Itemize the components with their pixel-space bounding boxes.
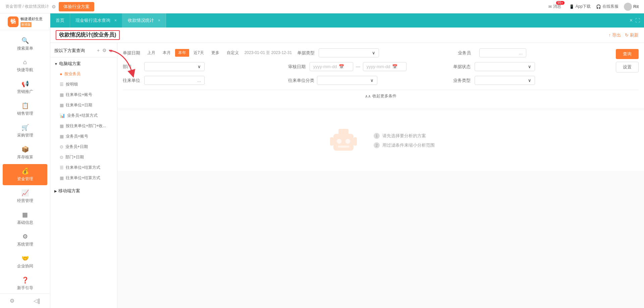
review-to-placeholder: yyyy-mm-dd <box>367 64 390 69</box>
scheme-icon-salesman: ● <box>60 71 62 76</box>
export-button[interactable]: ↑ 导出 <box>609 32 621 38</box>
version-badge: 标准版 <box>20 22 32 27</box>
scheme-settings-button[interactable]: ⚙ <box>102 47 107 54</box>
sidebar-item-system[interactable]: ⚙ 系统管理 <box>3 229 47 251</box>
date-dash: — <box>356 64 360 69</box>
date-tab-this-year[interactable]: 本年 <box>175 49 189 57</box>
scheme-section-mobile-title[interactable]: ▶ 移动端方案 <box>50 186 117 196</box>
sidebar-item-purchase[interactable]: 🛒 采购管理 <box>3 120 47 142</box>
counterpart-select[interactable]: ... <box>144 76 205 85</box>
tab-close-collection-stats[interactable]: × <box>158 18 160 23</box>
date-tabs: 上月 本月 本年 近7天 更多 自定义 2023-01-01 至 2023-12… <box>144 49 292 57</box>
sidebar-item-finance[interactable]: 💰 资金管理 <box>3 164 47 185</box>
scheme-section-desktop-title[interactable]: ▼ 电脑端方案 <box>50 59 117 69</box>
scheme-collapse-button[interactable]: « <box>109 47 113 54</box>
review-from-placeholder: yyyy-mm-dd <box>313 64 337 69</box>
sidebar-item-label: 资金管理 <box>17 176 33 182</box>
tab-collection-stats[interactable]: 收款情况统计 × <box>122 13 166 28</box>
message-button[interactable]: ✉ 消息 99+ <box>548 4 561 9</box>
scheme-icon-unit-account: ▦ <box>60 92 64 97</box>
counterpart-label: 往来单位 <box>123 78 142 84</box>
header-left: 资金管理 / 收款情况统计 ⚙ 体验行业方案 <box>5 2 548 11</box>
scheme-item-detail[interactable]: ☰ 按明细 <box>50 79 117 90</box>
app-download-button[interactable]: 📱 App下载 <box>569 4 591 9</box>
date-tab-custom[interactable]: 自定义 <box>224 49 242 57</box>
date-tab-this-month[interactable]: 本月 <box>160 49 174 57</box>
review-date-from[interactable]: yyyy-mm-dd 📅 <box>310 62 353 71</box>
scheme-item-salesman-date[interactable]: ⊙ 业务员+日期 <box>50 142 117 152</box>
filter-area: 单据日期 上月 本月 本年 近7天 更多 自定义 <box>117 43 644 108</box>
tab-close-all-icon[interactable]: × <box>630 17 633 23</box>
sidebar-item-sales[interactable]: 📋 销售管理 <box>3 99 47 120</box>
scheme-header: 按以下方案查询 + ⚙ « <box>50 43 117 57</box>
tab-home[interactable]: 首页 <box>50 13 70 28</box>
voucher-status-label: 单据状态 <box>453 64 472 70</box>
scheme-item-unit-date-label: 往来单位+日期 <box>66 102 92 108</box>
sidebar-item-collab[interactable]: 🤝 企业协同 <box>3 251 47 272</box>
scheme-add-button[interactable]: + <box>96 47 100 54</box>
header-settings-icon[interactable]: ⚙ <box>52 4 56 9</box>
tab-collection-stats-label: 收款情况统计 <box>128 17 154 23</box>
scheme-icon-unit-settle2: ▦ <box>60 175 64 181</box>
salesman-dots[interactable]: ... <box>519 50 523 55</box>
voucher-type-select[interactable]: ∨ <box>319 48 379 57</box>
scheme-item-salesman[interactable]: ● 按业务员 <box>50 69 117 79</box>
dept-select[interactable]: ∨ <box>144 62 205 71</box>
scheme-item-unit-dept[interactable]: ▦ 按往来单位+部门+收... <box>50 121 117 131</box>
sidebar-item-basicinfo[interactable]: ▦ 基础信息 <box>3 208 47 229</box>
system-icon: ⚙ <box>22 233 28 240</box>
date-tab-7days[interactable]: 近7天 <box>191 49 207 57</box>
counterpart-category-select[interactable]: ∨ <box>317 76 377 85</box>
scheme-item-unit-date[interactable]: ▦ 往来单位+日期 <box>50 100 117 110</box>
tab-expand-icon[interactable]: ⛶ <box>635 18 640 23</box>
date-range-display: 2023-01-01 至 2023-12-31 <box>245 50 292 56</box>
basicinfo-icon: ▦ <box>22 211 28 218</box>
filter-dept-item: 部门 ∨ <box>123 62 283 71</box>
scheme-section-desktop-label: 电脑端方案 <box>59 61 81 67</box>
review-date-to[interactable]: yyyy-mm-dd 📅 <box>363 62 407 71</box>
column-settings-button[interactable]: 设置 <box>616 62 639 72</box>
chevron-down-icon: ▼ <box>54 62 58 66</box>
sidebar-item-marketing[interactable]: 📢 营销推广 <box>3 77 47 98</box>
svg-point-4 <box>345 139 350 144</box>
scheme-item-unit-settle2[interactable]: ▦ 往来单位+结算方式 <box>50 173 117 183</box>
sidebar-item-quicknav[interactable]: ⌂ 快捷导航 <box>3 55 47 76</box>
collapse-bar[interactable]: ∧∧ 收起更多条件 <box>123 90 639 102</box>
scheme-item-dept-date[interactable]: ⊙ 部门+日期 <box>50 152 117 162</box>
scheme-item-salesman-settlement-label: 业务员+结算方式 <box>67 113 98 118</box>
tab-close-bank-flow[interactable]: × <box>114 18 117 23</box>
footer-settings-icon[interactable]: ⚙ <box>10 298 14 304</box>
sidebar-item-label: 基础信息 <box>17 220 33 225</box>
sidebar-item-search[interactable]: 🔍 搜索菜单 <box>3 34 47 55</box>
collapse-icon: ∧∧ <box>365 94 371 99</box>
top-header: 资金管理 / 收款情况统计 ⚙ 体验行业方案 ✉ 消息 99+ 📱 App下载 … <box>0 0 644 13</box>
query-button[interactable]: 查询 <box>616 49 639 59</box>
voucher-status-chevron: ∨ <box>528 64 531 69</box>
date-tab-more[interactable]: 更多 <box>208 49 222 57</box>
counterpart-dots[interactable]: ... <box>197 78 201 83</box>
tab-bank-flow[interactable]: 现金银行流水查询 × <box>70 13 122 28</box>
business-type-select[interactable]: ∨ <box>475 76 535 85</box>
scheme-item-detail-label: 按明细 <box>66 82 78 87</box>
voucher-type-chevron: ∨ <box>372 50 375 55</box>
trial-button[interactable]: 体验行业方案 <box>59 2 94 11</box>
filter-row-2: 部门 ∨ 审核日期 <box>123 62 613 71</box>
sidebar-item-label: 快捷导航 <box>17 67 33 73</box>
footer-collapse-icon[interactable]: ◁‖ <box>34 298 40 304</box>
user-area[interactable]: Rit <box>624 3 639 11</box>
refresh-button[interactable]: ↻ 刷新 <box>625 32 639 38</box>
calendar-icon2: 📅 <box>392 64 397 69</box>
sidebar-item-operations[interactable]: 📈 经营管理 <box>3 186 47 207</box>
scheme-item-unit-settle1[interactable]: ☰ 往来单位+结算方式 <box>50 162 117 173</box>
date-tab-last-month[interactable]: 上月 <box>144 49 158 57</box>
scheme-item-salesman-settlement[interactable]: 📊 业务员+结算方式 <box>50 110 117 121</box>
salesman-select[interactable]: ... <box>479 48 526 57</box>
message-badge: 99+ <box>556 1 565 5</box>
online-service-button[interactable]: 🎧 在线客服 <box>596 4 619 9</box>
voucher-status-select[interactable]: ∨ <box>475 62 535 71</box>
sidebar-item-inventory[interactable]: 📦 库存核算 <box>3 142 47 163</box>
scheme-item-salesman-account[interactable]: ▦ 业务员+账号 <box>50 131 117 142</box>
refresh-icon: ↻ <box>625 33 629 38</box>
sidebar-item-guide[interactable]: ❓ 新手引导 <box>3 273 47 293</box>
scheme-item-unit-account[interactable]: ▦ 往来单位+账号 <box>50 90 117 100</box>
